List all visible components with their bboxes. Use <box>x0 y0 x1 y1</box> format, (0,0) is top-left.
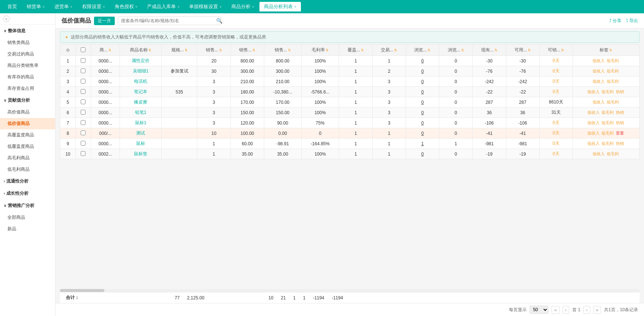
nav-product-inbound[interactable]: 产成品入库单 × <box>142 2 184 11</box>
sidebar-item-sales-goods[interactable]: 销售类商品 <box>0 37 55 48</box>
sort-tags-icon[interactable]: ⇅ <box>609 48 612 52</box>
col-browse2[interactable]: 浏览...⇅ <box>439 45 473 56</box>
sort-name-icon[interactable]: ⇅ <box>148 48 151 52</box>
sidebar-item-stock-goods[interactable]: 有库存的商品 <box>0 71 55 83</box>
cell-checkbox[interactable] <box>76 77 91 87</box>
nav-role-close-icon[interactable]: × <box>135 5 138 9</box>
sort-browse2-icon[interactable]: ⇅ <box>461 48 464 52</box>
cell-checkbox[interactable] <box>76 56 91 66</box>
sidebar-item-high-coverage[interactable]: 高覆盖度商品 <box>0 129 55 141</box>
sort-browse1-icon[interactable]: ⇅ <box>427 48 430 52</box>
col-coverage[interactable]: 覆盖...⇅ <box>339 45 372 56</box>
nav-sales-close-icon[interactable]: × <box>43 5 45 9</box>
export-button[interactable]: ⤵ 导出 <box>626 18 638 24</box>
cell-browse1[interactable]: 0 <box>406 56 439 66</box>
row-checkbox[interactable] <box>81 130 85 135</box>
col-browse1[interactable]: 浏览...⇅ <box>406 45 439 56</box>
cell-name[interactable]: 笔记本 <box>120 87 161 97</box>
nav-product-analysis[interactable]: 商品分析 × <box>227 2 259 11</box>
sort-saleable-icon[interactable]: ⇅ <box>561 48 564 52</box>
last-page-btn[interactable]: » <box>593 306 601 314</box>
row-checkbox[interactable] <box>81 68 85 73</box>
cell-browse1[interactable]: 0 <box>406 77 439 87</box>
sidebar-group-overall[interactable]: ∨ 整体信息 <box>0 25 55 37</box>
cell-checkbox[interactable] <box>76 66 91 77</box>
col-saleable[interactable]: 可销...⇅ <box>539 45 573 56</box>
nav-permission[interactable]: 权限设置 × <box>78 2 110 11</box>
row-checkbox[interactable] <box>81 89 85 94</box>
nav-analysis-list-close-icon[interactable]: × <box>294 5 296 9</box>
row-checkbox[interactable] <box>81 151 85 156</box>
sidebar-item-low-margin[interactable]: 低毛利商品 <box>0 164 55 175</box>
cell-name[interactable]: 吴细细1 <box>120 66 161 77</box>
cell-browse1[interactable]: 0 <box>406 87 439 97</box>
sidebar-group-growth[interactable]: › 成长性分析 <box>0 187 55 200</box>
sidebar-collapse-btn[interactable]: « <box>3 16 10 22</box>
col-code[interactable]: 商...⇅ <box>91 45 120 56</box>
prev-page-btn[interactable]: ‹ <box>563 306 569 314</box>
row-checkbox[interactable] <box>81 141 85 146</box>
row-checkbox[interactable] <box>81 110 85 115</box>
first-page-btn[interactable]: « <box>551 306 559 314</box>
sidebar-group-liquidity[interactable]: › 流通性分析 <box>0 175 55 187</box>
cell-checkbox[interactable] <box>76 97 91 108</box>
cell-browse1[interactable]: 0 <box>406 128 439 139</box>
sort-coverage-icon[interactable]: ⇅ <box>361 48 364 52</box>
col-available[interactable]: 可用...⇅ <box>506 45 539 56</box>
nav-analysis-close-icon[interactable]: × <box>252 5 254 9</box>
cell-checkbox[interactable] <box>76 108 91 118</box>
row-checkbox[interactable] <box>81 79 85 84</box>
col-sales1[interactable]: 销售...⇅ <box>197 45 231 56</box>
select-all-checkbox[interactable] <box>81 47 85 52</box>
cell-browse1[interactable]: 0 <box>406 108 439 118</box>
share-button[interactable]: ⤴ 分享 <box>609 18 621 24</box>
nav-permission-close-icon[interactable]: × <box>103 5 105 9</box>
horizontal-scrollbar[interactable] <box>60 289 640 292</box>
nav-purchase-order[interactable]: 进货单 × <box>50 2 77 11</box>
sidebar-group-marketing[interactable]: ∨ 营销推广分析 <box>0 200 55 212</box>
cell-browse1[interactable]: 0 <box>406 118 439 128</box>
row-checkbox[interactable] <box>81 120 85 125</box>
col-tags[interactable]: 标签⇅ <box>573 45 639 56</box>
nav-role-auth[interactable]: 角色授权 × <box>110 2 142 11</box>
col-current[interactable]: 现有...⇅ <box>473 45 506 56</box>
cell-name[interactable]: 属性定价 <box>120 56 161 66</box>
cell-browse1[interactable]: 0 <box>406 66 439 77</box>
cell-browse1[interactable]: 1 <box>406 139 439 149</box>
cell-name[interactable]: 铅笔1 <box>120 108 161 118</box>
sidebar-group-contribution[interactable]: ∨ 贡献值分析 <box>0 94 55 106</box>
sort-code-icon[interactable]: ⇅ <box>108 48 111 52</box>
cell-checkbox[interactable] <box>76 118 91 128</box>
col-margin[interactable]: 毛利率⇅ <box>301 45 339 56</box>
col-spec[interactable]: 规格...⇅ <box>161 45 197 56</box>
next-page-btn[interactable]: › <box>583 306 590 314</box>
search-input[interactable] <box>118 16 221 25</box>
cell-checkbox[interactable] <box>76 128 91 139</box>
col-gear[interactable]: ⚙ <box>60 45 76 56</box>
search-icon[interactable]: 🔍 <box>216 18 222 24</box>
cell-checkbox[interactable] <box>76 149 91 159</box>
sort-spec-icon[interactable]: ⇅ <box>185 48 188 52</box>
sidebar-item-traded-goods[interactable]: 交易过的商品 <box>0 48 55 60</box>
col-checkbox[interactable] <box>76 45 91 56</box>
row-checkbox[interactable] <box>81 99 85 104</box>
sidebar-item-high-value[interactable]: 高价值商品 <box>0 106 55 118</box>
sort-sales2-icon[interactable]: ⇅ <box>252 48 255 52</box>
sort-sales3-icon[interactable]: ⇅ <box>288 48 291 52</box>
cell-name[interactable]: 测试 <box>120 128 161 139</box>
cell-name[interactable]: 鼠标1 <box>120 118 161 128</box>
cell-name[interactable]: 电话机 <box>120 77 161 87</box>
col-sales3[interactable]: 销售...⇅ <box>264 45 301 56</box>
sidebar-item-all-goods[interactable]: 全部商品 <box>0 212 55 223</box>
nav-home[interactable]: 首页 <box>3 2 21 11</box>
sort-margin-icon[interactable]: ⇅ <box>326 48 329 52</box>
sidebar-item-new-goods[interactable]: 新品 <box>0 223 55 235</box>
cell-browse1[interactable]: 0 <box>406 97 439 108</box>
cell-name[interactable]: 鼠标 <box>120 139 161 149</box>
cell-browse1[interactable]: 0 <box>406 149 439 159</box>
row-checkbox[interactable] <box>81 58 85 63</box>
period-button[interactable]: 近一月 <box>94 17 115 25</box>
col-sales2[interactable]: 销售...⇅ <box>231 45 264 56</box>
cell-name[interactable]: 橡皮擦 <box>120 97 161 108</box>
per-page-select[interactable]: 50 100 200 <box>530 306 549 314</box>
